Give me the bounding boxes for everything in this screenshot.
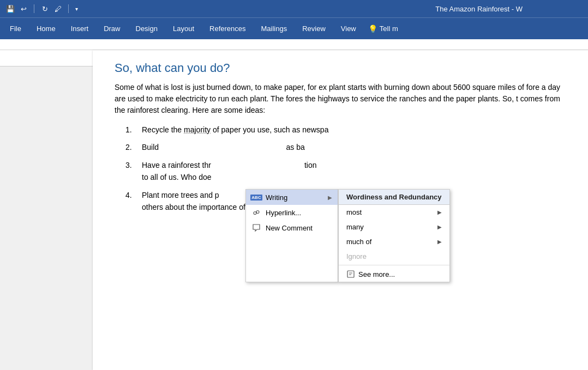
menu-draw[interactable]: Draw [96,19,128,39]
undo-icon[interactable]: ↩ [19,4,28,14]
window-title: The Amazon Rainforest - W [435,0,588,17]
menu-layout[interactable]: Layout [165,19,202,39]
left-sidebar [0,50,93,370]
submenu: Wordiness and Redundancy most ▶ many ▶ m… [338,189,450,282]
customize-toolbar-button[interactable]: ▾ [75,6,78,12]
ctx-writing-item[interactable]: ABC Writing ▶ [246,190,338,205]
menu-file[interactable]: File [2,19,29,39]
ctx-new-comment-label: New Comment [266,224,332,232]
document-page: So, what can you do? Some of what is los… [93,50,588,370]
ctx-hyperlink-item[interactable]: Hyperlink... [246,205,338,220]
submenu-see-more[interactable]: See more... [339,266,449,282]
underlined-word: majority [184,125,211,134]
format-icon[interactable]: 🖊 [53,4,63,14]
ribbon [0,39,588,50]
context-menu-container: ABC Writing ▶ Hyperlink... [245,189,450,282]
menu-insert[interactable]: Insert [63,19,97,39]
submenu-most-arrow: ▶ [437,209,442,215]
separator [34,4,34,13]
separator2 [68,4,69,13]
save-icon[interactable]: 💾 [5,4,15,14]
ctx-writing-label: Writing [266,193,323,202]
submenu-divider [339,265,449,265]
menu-review[interactable]: Review [295,19,333,39]
submenu-much-of[interactable]: much of ▶ [339,234,449,249]
menu-references[interactable]: References [202,19,253,39]
submenu-much-of-arrow: ▶ [437,239,442,245]
submenu-most[interactable]: most ▶ [339,205,449,220]
menu-view[interactable]: View [333,19,364,39]
ctx-writing-arrow: ▶ [328,195,332,201]
writing-abc-icon: ABC [251,192,261,202]
see-more-icon [346,270,355,278]
see-more-label: See more... [358,270,395,278]
new-comment-icon [251,223,261,233]
page-top-indicator [0,50,98,66]
submenu-ignore[interactable]: Ignore [339,249,449,264]
list-item: 1. Recycle the majority of paper you use… [125,124,566,136]
svg-rect-3 [347,271,354,277]
submenu-many[interactable]: many ▶ [339,220,449,234]
refresh-icon[interactable]: ↻ [40,4,50,14]
ctx-new-comment-item[interactable]: New Comment [246,220,338,235]
title-bar: 💾 ↩ ↻ 🖊 ▾ The Amazon Rainforest - W [0,0,588,17]
list-item: 3. Have a rainforest thr tionto all of u… [125,159,566,184]
menu-bar: File Home Insert Draw Design Layout Refe… [0,17,588,39]
doc-heading: So, what can you do? [115,61,566,75]
submenu-many-label: many [346,223,364,231]
menu-home[interactable]: Home [29,19,63,39]
title-text: The Amazon Rainforest - W [435,5,523,13]
quick-access-toolbar: 💾 ↩ ↻ 🖊 ▾ [5,4,78,14]
ctx-hyperlink-label: Hyperlink... [266,209,332,217]
context-menu: ABC Writing ▶ Hyperlink... [245,189,338,282]
menu-mailings[interactable]: Mailings [254,19,295,39]
submenu-much-of-label: much of [346,238,371,246]
menu-design[interactable]: Design [128,19,165,39]
hyperlink-icon [251,208,261,217]
submenu-many-arrow: ▶ [437,224,442,230]
list-item: 2. Build as ba [125,141,566,153]
document-area: So, what can you do? Some of what is los… [0,50,588,370]
submenu-header: Wordiness and Redundancy [339,190,449,205]
submenu-most-label: most [346,208,362,216]
doc-body-text: Some of what is lost is just burned down… [115,82,566,116]
tell-me-bar[interactable]: 💡 Tell m [364,22,403,35]
submenu-ignore-label: Ignore [346,252,367,260]
